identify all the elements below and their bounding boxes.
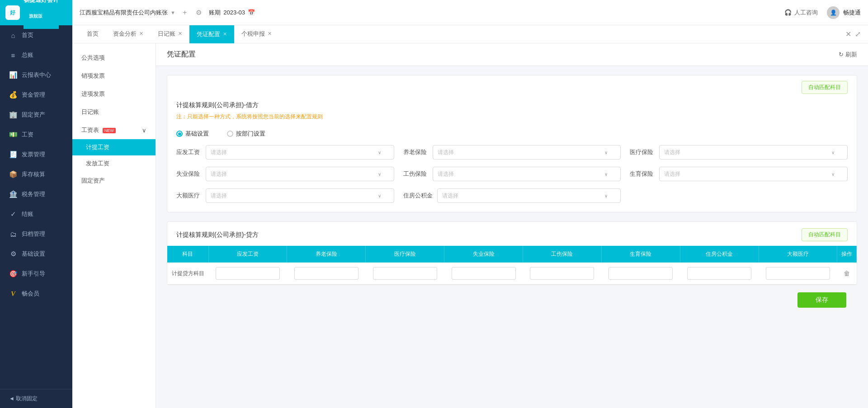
input-sybx[interactable]: [452, 267, 516, 280]
delete-row-button[interactable]: 🗑: [844, 270, 850, 277]
input-sybx2[interactable]: [609, 267, 673, 280]
cell-yibx: [287, 263, 366, 285]
input-gsbx[interactable]: [530, 267, 594, 280]
tab-actions: ✕ ⤢: [845, 30, 861, 38]
sidebar-item-checkout[interactable]: ✓ 结账: [0, 204, 72, 224]
settings-button[interactable]: ⚙: [194, 7, 203, 19]
sidebar-item-guide[interactable]: 🎯 新手引导: [0, 264, 72, 284]
input-yibx[interactable]: [294, 267, 359, 280]
row-label: 计提贷方科目: [167, 263, 208, 285]
tab-capital[interactable]: 资金分析 ✕: [106, 25, 151, 43]
left-menu-pay-salary[interactable]: 发放工资: [72, 155, 156, 172]
sidebar-item-report[interactable]: 📊 云报表中心: [0, 65, 72, 85]
col-zhgjj: 住房公积金: [680, 246, 759, 263]
col-sybx2: 生育保险: [601, 246, 680, 263]
input-deyil[interactable]: [766, 267, 830, 280]
sidebar-item-assets[interactable]: 🏢 固定资产: [0, 105, 72, 125]
tab-voucher[interactable]: 凭证配置 ✕: [189, 25, 234, 43]
field-gsbx-select[interactable]: 请选择 ∨: [433, 167, 621, 181]
field-yibx-select[interactable]: 请选择 ∨: [433, 145, 621, 159]
debit-form-grid: 应发工资 请选择 ∨ 养老保险 请选择 ∨: [167, 145, 857, 212]
calendar-icon: 📅: [248, 9, 255, 16]
col-yfgz: 应发工资: [208, 246, 287, 263]
tax-icon: 🏦: [9, 190, 17, 198]
field-sybx2-select[interactable]: 请选择 ∨: [659, 167, 848, 181]
mode-radio-group: 基础设置 按部门设置: [167, 126, 857, 145]
inventory-icon: 📦: [9, 170, 17, 178]
panel: 凭证配置 ↻ 刷新 自动匹配科目 计提核算规则(公司承担)-借方 注：只能选择一…: [156, 43, 868, 408]
maximize-icon[interactable]: ⤢: [855, 30, 861, 38]
close-window-icon[interactable]: ✕: [845, 30, 851, 38]
sidebar-item-home[interactable]: ⌂ 首页: [0, 25, 72, 45]
sidebar-item-salary[interactable]: 💵 工资: [0, 125, 72, 145]
cell-yfgz: [208, 263, 287, 285]
left-menu-sales-invoice[interactable]: 销项发票: [72, 67, 156, 85]
company-selector[interactable]: 江西服宝精品有限责任公司内账张 ▼: [80, 9, 175, 17]
debit-section-title: 计提核算规则(公司承担)-借方: [167, 94, 857, 113]
debit-auto-match-button[interactable]: 自动匹配科目: [802, 81, 848, 94]
tab-diary-close[interactable]: ✕: [178, 31, 182, 37]
field-yfgz-select[interactable]: 请选择 ∨: [206, 145, 394, 159]
input-zhgjj[interactable]: [687, 267, 751, 280]
chevron-down-icon: ∨: [604, 150, 608, 155]
col-subject: 科目: [167, 246, 208, 263]
col-ylbx: 医疗保险: [366, 246, 444, 263]
support-button[interactable]: 🎧 人工咨询: [784, 9, 818, 17]
left-menu-purchase-invoice[interactable]: 进项发票: [72, 85, 156, 103]
field-deyil-select[interactable]: 请选择 ∨: [206, 188, 394, 203]
sidebar-nav: ⌂ 首页 ≡ 总账 📊 云报表中心 💰 资金管理 🏢 固定资产 💵 工资 🧾 发…: [0, 25, 72, 389]
tab-diary[interactable]: 日记账 ✕: [151, 25, 189, 43]
left-menu: 公共选项 销项发票 进项发票 日记账 工资表 NEW ∨ 计提工资: [72, 43, 156, 408]
left-menu-salary-table[interactable]: 工资表 NEW ∨: [72, 121, 156, 139]
credit-section-title: 计提核算规则(公司承担)-贷方: [176, 231, 259, 239]
period-selector[interactable]: 账期 2023-03 📅: [209, 9, 255, 17]
left-menu-advance-salary[interactable]: 计提工资: [72, 139, 156, 155]
sidebar-item-tax[interactable]: 🏦 税务管理: [0, 184, 72, 204]
debit-section-note: 注：只能选择一种方式，系统将按照您当前的选择来配置规则: [167, 113, 857, 126]
col-deyil: 大额医疗: [759, 246, 837, 263]
credit-auto-match-button[interactable]: 自动匹配科目: [802, 228, 848, 241]
tab-tax-close[interactable]: ✕: [268, 31, 272, 37]
cell-sybx2: [601, 263, 680, 285]
sidebar-item-vip[interactable]: V 畅会员: [0, 284, 72, 304]
save-button[interactable]: 保存: [797, 292, 846, 308]
add-tab-button[interactable]: +: [181, 7, 189, 19]
topbar-right: 🎧 人工咨询 👤 畅捷通: [784, 6, 861, 19]
collapse-icon: ∨: [142, 127, 146, 134]
sidebar-item-inventory[interactable]: 📦 库存核算: [0, 164, 72, 184]
field-ylbx-select[interactable]: 请选择 ∨: [659, 145, 848, 159]
field-sybx-select[interactable]: 请选择 ∨: [206, 167, 394, 181]
sidebar-unpin[interactable]: ◄ 取消固定: [0, 389, 72, 408]
field-zhgjj-label: 住房公积金: [403, 192, 433, 200]
sidebar-item-capital[interactable]: 💰 资金管理: [0, 85, 72, 105]
field-zhgjj-select[interactable]: 请选择 ∨: [437, 188, 621, 203]
col-gsbx: 工伤保险: [523, 246, 602, 263]
left-menu-diary[interactable]: 日记账: [72, 103, 156, 121]
sidebar-item-ledger[interactable]: ≡ 总账: [0, 45, 72, 65]
app-logo: 好 畅捷通好会计 旗舰版: [0, 0, 72, 25]
credit-table: 科目 应发工资 养老保险 医疗保险 失业保险 工伤保险 生育保险 住房公积金 大…: [167, 246, 857, 285]
tab-voucher-close[interactable]: ✕: [223, 31, 227, 37]
field-yfgz-label: 应发工资: [176, 148, 201, 156]
save-bar: 保存: [167, 285, 857, 315]
col-action: 操作: [837, 246, 857, 263]
panel-header: 凭证配置 ↻ 刷新: [156, 43, 868, 66]
refresh-button[interactable]: ↻ 刷新: [839, 51, 857, 59]
user-menu[interactable]: 👤 畅捷通: [827, 6, 861, 19]
sidebar-item-settings[interactable]: ⚙ 基础设置: [0, 244, 72, 264]
tab-capital-close[interactable]: ✕: [139, 31, 143, 37]
sidebar-item-invoice[interactable]: 🧾 发票管理: [0, 145, 72, 164]
headset-icon: 🎧: [784, 9, 792, 16]
left-menu-public[interactable]: 公共选项: [72, 49, 156, 67]
tab-tax[interactable]: 个税申报 ✕: [234, 25, 279, 43]
chevron-down-icon: ∨: [604, 172, 608, 177]
tab-home[interactable]: 首页: [80, 25, 106, 43]
col-sybx: 失业保险: [444, 246, 523, 263]
input-ylbx[interactable]: [373, 267, 437, 280]
mode-basic[interactable]: 基础设置: [176, 130, 209, 138]
debit-auto-match-container: 自动匹配科目: [167, 75, 857, 94]
sidebar-item-archive[interactable]: 🗂 归档管理: [0, 224, 72, 244]
left-menu-fixed-assets[interactable]: 固定资产: [72, 172, 156, 190]
mode-department[interactable]: 按部门设置: [227, 130, 265, 138]
input-yfgz[interactable]: [216, 267, 280, 280]
